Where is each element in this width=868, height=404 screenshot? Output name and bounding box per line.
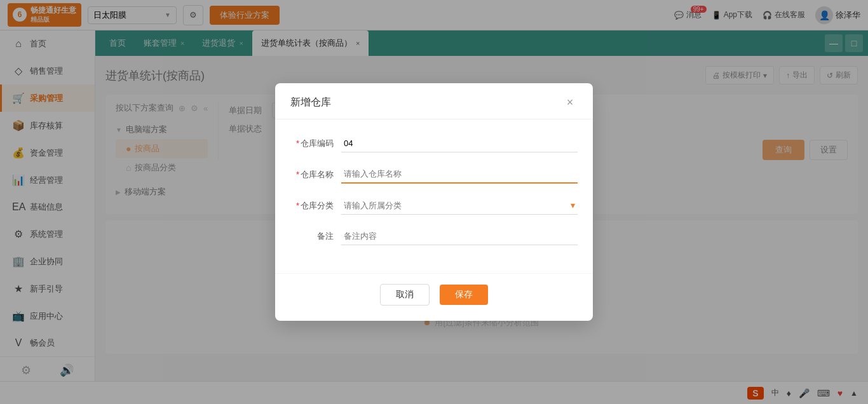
new-warehouse-modal: 新增仓库 × 仓库编码 仓库名称 仓库分类 ▾ <box>275 83 593 321</box>
category-row: 仓库分类 ▾ <box>290 196 578 215</box>
code-label: 仓库编码 <box>290 138 341 149</box>
remark-input[interactable] <box>341 227 578 245</box>
code-input[interactable] <box>341 135 578 152</box>
modal-header: 新增仓库 × <box>275 83 593 119</box>
remark-label: 备注 <box>290 231 341 242</box>
category-input[interactable] <box>344 201 571 210</box>
remark-row: 备注 <box>290 227 578 245</box>
name-input[interactable] <box>341 165 578 184</box>
modal-footer: 取消 保存 <box>275 273 593 321</box>
select-arrow-icon: ▾ <box>571 200 575 210</box>
cancel-button[interactable]: 取消 <box>380 284 430 306</box>
modal-overlay: 新增仓库 × 仓库编码 仓库名称 仓库分类 ▾ <box>0 0 868 404</box>
name-label: 仓库名称 <box>290 169 341 180</box>
category-label: 仓库分类 <box>290 200 341 212</box>
name-row: 仓库名称 <box>290 165 578 184</box>
category-select[interactable]: ▾ <box>341 196 578 215</box>
code-row: 仓库编码 <box>290 135 578 152</box>
save-button[interactable]: 保存 <box>440 285 488 305</box>
modal-title: 新增仓库 <box>290 96 331 109</box>
modal-close-button[interactable]: × <box>562 95 578 110</box>
modal-body: 仓库编码 仓库名称 仓库分类 ▾ 备注 <box>275 119 593 273</box>
